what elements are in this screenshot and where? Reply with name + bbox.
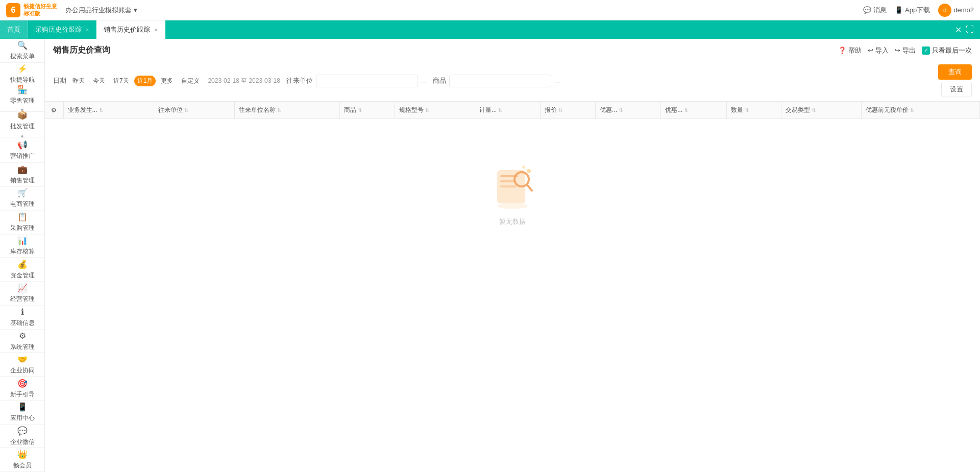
col-goods-label: 商品 bbox=[344, 106, 356, 114]
sidebar-item-wholesale-mgmt[interactable]: 📦 批发管理 ▲ bbox=[0, 112, 44, 137]
sidebar: 🔍 搜索菜单 ⚡ 快捷导航 🏪 零售管理 ▼ 📦 批发管理 ▲ 📢 营销推广 💼… bbox=[0, 39, 45, 472]
sidebar-item-system-mgmt[interactable]: ⚙ 系统管理 bbox=[0, 329, 44, 353]
main-layout: 🔍 搜索菜单 ⚡ 快捷导航 🏪 零售管理 ▼ 📦 批发管理 ▲ 📢 营销推广 💼… bbox=[0, 39, 980, 472]
svg-point-0 bbox=[497, 203, 528, 209]
import-button[interactable]: ↩ 导入 bbox=[868, 46, 889, 55]
col-quote[interactable]: 报价 ⇅ bbox=[541, 102, 596, 119]
help-button[interactable]: ❓ 帮助 bbox=[838, 46, 862, 55]
user-profile[interactable]: d demo2 bbox=[938, 4, 974, 17]
col-trade-type[interactable]: 交易类型 ⇅ bbox=[781, 102, 862, 119]
sidebar-item-marketing[interactable]: 📢 营销推广 bbox=[0, 137, 44, 163]
collab-icon: 🤝 bbox=[17, 355, 28, 364]
sidebar-item-quick-nav[interactable]: ⚡ 快捷导航 bbox=[0, 63, 44, 87]
top-bar-left: 6 畅捷信好生意 标准版 办公用品行业模拟账套 ▾ bbox=[6, 3, 141, 17]
col-partner-name[interactable]: 往来单位名称 ⇅ bbox=[234, 102, 340, 119]
svg-point-8 bbox=[522, 166, 525, 169]
tab-home[interactable]: 首页 bbox=[0, 20, 28, 39]
sidebar-item-enterprise-collab[interactable]: 🤝 企业协同 bbox=[0, 353, 44, 377]
filter-action-area: 查询 设置 bbox=[938, 64, 972, 97]
logo-text: 畅捷信好生意 标准版 bbox=[23, 3, 57, 16]
guide-icon: 🎯 bbox=[17, 379, 28, 388]
svg-point-7 bbox=[527, 169, 531, 173]
purchase-history-tab-close[interactable]: × bbox=[86, 27, 89, 33]
date-btn-custom[interactable]: 自定义 bbox=[178, 76, 203, 86]
svg-rect-3 bbox=[500, 180, 514, 182]
goods-input[interactable] bbox=[449, 75, 551, 87]
close-tab-btn[interactable]: ✕ bbox=[955, 25, 962, 35]
empty-icon bbox=[487, 160, 538, 211]
logo-icon: 6 bbox=[6, 3, 20, 17]
inventory-icon: 📊 bbox=[17, 235, 28, 245]
date-btn-1month[interactable]: 近1月 bbox=[134, 76, 156, 86]
sidebar-label-quick-nav: 快捷导航 bbox=[10, 76, 35, 84]
app-selector-name: 办公用品行业模拟账套 bbox=[65, 6, 132, 15]
sidebar-item-retail-mgmt[interactable]: 🏪 零售管理 ▼ bbox=[0, 86, 44, 112]
app-download-button[interactable]: 📱 App下载 bbox=[895, 6, 930, 15]
tab-sales-history[interactable]: 销售历史价跟踪 × bbox=[96, 20, 165, 39]
date-btn-7days[interactable]: 近7天 bbox=[110, 76, 132, 86]
sidebar-item-enterprise-wechat[interactable]: 💬 企业微信 bbox=[0, 424, 44, 449]
ecommerce-icon: 🛒 bbox=[17, 188, 28, 198]
sort-icon-pre-tax-price: ⇅ bbox=[910, 107, 914, 113]
marketing-icon: 📢 bbox=[17, 140, 28, 150]
sidebar-label-app-center: 应用中心 bbox=[10, 414, 35, 422]
sort-icon-goods: ⇅ bbox=[358, 107, 362, 113]
partner-input[interactable] bbox=[316, 75, 418, 87]
help-icon: ❓ bbox=[838, 46, 846, 54]
settings-button[interactable]: 设置 bbox=[941, 82, 972, 97]
col-unit[interactable]: 计量... ⇅ bbox=[475, 102, 541, 119]
col-spec[interactable]: 规格型号 ⇅ bbox=[395, 102, 475, 119]
tab-bar: 首页 采购历史价跟踪 × 销售历史价跟踪 × ✕ ⛶ bbox=[0, 20, 980, 39]
col-goods[interactable]: 商品 ⇅ bbox=[340, 102, 395, 119]
col-settings[interactable]: ⚙ bbox=[45, 102, 63, 119]
sidebar-label-purchase-mgmt: 采购管理 bbox=[10, 224, 35, 232]
sidebar-label-finance-mgmt: 资金管理 bbox=[10, 271, 35, 280]
tab-purchase-history[interactable]: 采购历史价跟踪 × bbox=[28, 20, 96, 39]
app-center-icon: 📱 bbox=[17, 402, 28, 412]
sales-icon: 💼 bbox=[17, 164, 28, 174]
col-biz-date[interactable]: 业务发生... ⇅ bbox=[63, 102, 154, 119]
date-label: 日期 bbox=[53, 76, 66, 85]
date-btn-more[interactable]: 更多 bbox=[158, 76, 176, 86]
date-btn-today[interactable]: 今天 bbox=[90, 76, 108, 86]
col-partner-code[interactable]: 往来单位 ⇅ bbox=[154, 102, 234, 119]
sidebar-item-member-club[interactable]: 👑 畅会员 bbox=[0, 448, 44, 472]
sidebar-item-app-center[interactable]: 📱 应用中心 bbox=[0, 400, 44, 424]
goods-dots: ... bbox=[554, 77, 560, 85]
col-spec-label: 规格型号 bbox=[399, 106, 424, 114]
col-quote-label: 报价 bbox=[545, 106, 557, 114]
sidebar-item-basic-info[interactable]: ℹ 基础信息 bbox=[0, 305, 44, 329]
sidebar-item-finance-mgmt[interactable]: 💰 资金管理 bbox=[0, 258, 44, 282]
page-header-actions: ❓ 帮助 ↩ 导入 ↪ 导出 ✓ 只看最后一次 bbox=[838, 46, 972, 55]
export-icon: ↪ bbox=[895, 46, 900, 54]
sort-icon-partner-code: ⇅ bbox=[184, 107, 188, 113]
sort-icon-partner-name: ⇅ bbox=[277, 107, 281, 113]
sort-icon-discount1: ⇅ bbox=[619, 107, 623, 113]
sidebar-item-sales-mgmt[interactable]: 💼 销售管理 bbox=[0, 163, 44, 187]
sales-history-tab-close[interactable]: × bbox=[154, 27, 157, 33]
sidebar-item-search-menu[interactable]: 🔍 搜索菜单 bbox=[0, 39, 44, 63]
app-selector[interactable]: 办公用品行业模拟账套 ▾ bbox=[61, 4, 141, 17]
sidebar-item-new-guide[interactable]: 🎯 新手引导 bbox=[0, 377, 44, 401]
sidebar-item-ecommerce-mgmt[interactable]: 🛒 电商管理 bbox=[0, 187, 44, 211]
sidebar-item-operations-mgmt[interactable]: 📈 经营管理 bbox=[0, 282, 44, 306]
phone-icon: 📱 bbox=[895, 6, 903, 14]
message-button[interactable]: 💬 消息 bbox=[863, 6, 887, 15]
col-qty[interactable]: 数量 ⇅ bbox=[726, 102, 781, 119]
sidebar-item-inventory-check[interactable]: 📊 库存核算 bbox=[0, 234, 44, 258]
export-button[interactable]: ↪ 导出 bbox=[895, 46, 916, 55]
col-discount1[interactable]: 优惠... ⇅ bbox=[595, 102, 660, 119]
col-pre-tax-price[interactable]: 优惠前无税单价 ⇅ bbox=[862, 102, 980, 119]
sidebar-item-purchase-mgmt[interactable]: 📋 采购管理 bbox=[0, 210, 44, 234]
sidebar-label-operations-mgmt: 经营管理 bbox=[10, 295, 35, 303]
fullscreen-btn[interactable]: ⛶ bbox=[966, 25, 974, 34]
sidebar-label-member-club: 畅会员 bbox=[13, 461, 32, 470]
col-discount2[interactable]: 优惠... ⇅ bbox=[661, 102, 726, 119]
only-last-checkbox[interactable]: ✓ 只看最后一次 bbox=[922, 46, 972, 55]
query-button[interactable]: 查询 bbox=[938, 64, 972, 80]
date-btn-yesterday[interactable]: 昨天 bbox=[69, 76, 88, 86]
sidebar-label-marketing: 营销推广 bbox=[10, 152, 35, 160]
operations-icon: 📈 bbox=[17, 283, 28, 293]
sales-history-tab-label: 销售历史价跟踪 bbox=[104, 25, 150, 34]
table-header: ⚙ 业务发生... ⇅ 往来单位 ⇅ bbox=[45, 102, 980, 119]
